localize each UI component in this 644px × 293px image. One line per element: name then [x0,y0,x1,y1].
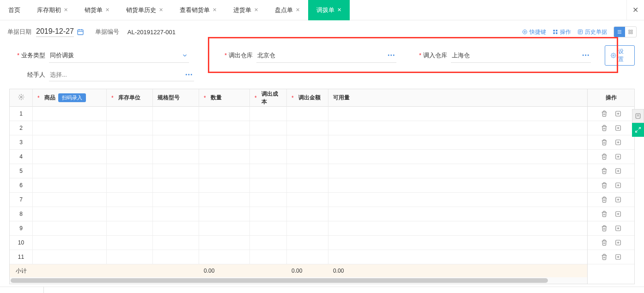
cell-product[interactable] [33,121,107,135]
delete-row-button[interactable] [601,153,608,160]
cell-spec[interactable] [153,164,199,178]
tab-2[interactable]: 销货单✕ [76,0,118,20]
shortcut-button[interactable]: 快捷键 [522,28,546,36]
out-warehouse-field[interactable]: 北京仓 ••• [256,49,396,63]
cell-qty[interactable] [199,121,250,135]
close-icon[interactable]: ✕ [64,7,68,13]
cell-cost[interactable] [250,207,287,221]
table-row[interactable]: 10 [10,236,587,250]
cell-unit[interactable] [107,236,153,250]
add-row-button[interactable] [614,253,622,261]
table-row[interactable]: 7 [10,193,587,207]
table-row[interactable]: 3 [10,135,587,150]
handler-field[interactable]: ••• [49,68,194,81]
tab-4[interactable]: 查看销货单✕ [171,0,225,20]
cell-amount[interactable] [287,236,328,250]
table-row[interactable]: 8 [10,207,587,221]
close-icon[interactable]: ✕ [254,7,258,13]
tab-5[interactable]: 进货单✕ [225,0,267,20]
cell-qty[interactable] [199,207,250,221]
cell-unit[interactable] [107,121,153,135]
cell-product[interactable] [33,236,107,250]
cell-available[interactable] [328,107,587,121]
delete-row-button[interactable] [601,196,608,203]
cell-product[interactable] [33,193,107,207]
cell-available[interactable] [328,221,587,235]
delete-row-button[interactable] [601,239,608,246]
cell-spec[interactable] [153,121,199,135]
cell-spec[interactable] [153,193,199,207]
cell-product[interactable] [33,164,107,178]
cell-amount[interactable] [287,250,328,264]
biz-type-field[interactable]: 同价调拨 [49,49,189,63]
cell-available[interactable] [328,207,587,221]
cell-qty[interactable] [199,107,250,121]
add-row-button[interactable] [614,196,622,203]
cell-unit[interactable] [107,107,153,121]
cell-spec[interactable] [153,178,199,192]
cell-cost[interactable] [250,164,287,178]
cell-available[interactable] [328,135,587,149]
cell-product[interactable] [33,150,107,164]
cell-amount[interactable] [287,178,328,192]
cell-spec[interactable] [153,150,199,164]
side-notes-button[interactable] [632,109,644,123]
tab-0[interactable]: 首页 [0,0,29,20]
cell-unit[interactable] [107,164,153,178]
cell-cost[interactable] [250,178,287,192]
cell-unit[interactable] [107,135,153,149]
delete-row-button[interactable] [601,139,608,146]
date-value[interactable]: 2019-12-27 [36,27,74,37]
table-row[interactable]: 2 [10,121,587,135]
table-row[interactable]: 4 [10,150,587,164]
cell-unit[interactable] [107,207,153,221]
cell-spec[interactable] [153,135,199,149]
tab-7[interactable]: 调拨单✕ [308,0,350,20]
close-icon[interactable]: ✕ [337,7,341,13]
cell-cost[interactable] [250,236,287,250]
add-row-button[interactable] [614,167,622,175]
cell-qty[interactable] [199,164,250,178]
cell-product[interactable] [33,107,107,121]
cell-unit[interactable] [107,250,153,264]
add-row-button[interactable] [614,210,622,218]
add-row-button[interactable] [614,124,622,132]
tab-6[interactable]: 盘点单✕ [267,0,308,20]
table-row[interactable]: 1 [10,107,587,121]
cell-cost[interactable] [250,135,287,149]
add-row-button[interactable] [614,239,622,246]
cell-qty[interactable] [199,250,250,264]
handler-input[interactable] [50,71,185,78]
table-row[interactable]: 6 [10,178,587,193]
cell-available[interactable] [328,121,587,135]
in-warehouse-field[interactable]: 上海仓 ••• [451,49,591,63]
cell-cost[interactable] [250,250,287,264]
cell-spec[interactable] [153,107,199,121]
cell-available[interactable] [328,236,587,250]
cell-unit[interactable] [107,193,153,207]
tab-3[interactable]: 销货单历史✕ [118,0,171,20]
view-list-button[interactable] [614,27,625,37]
cell-available[interactable] [328,150,587,164]
cell-product[interactable] [33,250,107,264]
calendar-icon[interactable] [77,28,84,36]
delete-row-button[interactable] [601,182,608,189]
cell-amount[interactable] [287,135,328,149]
close-icon[interactable]: ✕ [213,7,217,13]
table-row[interactable]: 9 [10,221,587,236]
cell-product[interactable] [33,207,107,221]
close-icon[interactable]: ✕ [105,7,109,13]
cell-qty[interactable] [199,193,250,207]
delete-row-button[interactable] [601,253,608,261]
cell-unit[interactable] [107,221,153,235]
cell-unit[interactable] [107,178,153,192]
cell-cost[interactable] [250,121,287,135]
cell-amount[interactable] [287,150,328,164]
settings-button[interactable]: 设置 [605,45,635,66]
cell-qty[interactable] [199,150,250,164]
cell-cost[interactable] [250,221,287,235]
cell-qty[interactable] [199,178,250,192]
cell-product[interactable] [33,178,107,192]
cell-amount[interactable] [287,207,328,221]
add-row-button[interactable] [614,153,622,160]
